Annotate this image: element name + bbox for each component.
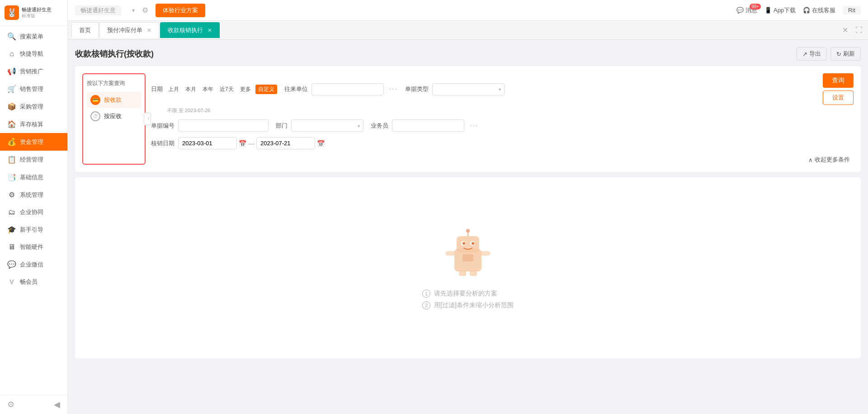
collapse-arrow-icon: 《 bbox=[145, 116, 150, 122]
industry-btn[interactable]: 体验行业方案 bbox=[156, 4, 205, 17]
docnum-input[interactable] bbox=[178, 119, 269, 132]
filter-docnum-field: 单据编号 bbox=[151, 119, 269, 132]
by-receipt-label: 按收款 bbox=[104, 96, 122, 104]
sidebar-item-label-search-menu: 搜索菜单 bbox=[20, 33, 43, 41]
sidebar-item-quick-nav[interactable]: ⌂ 快捷导航 bbox=[0, 45, 67, 62]
filter-sidebar-collapse[interactable]: 《 bbox=[144, 113, 151, 125]
sidebar-item-label-vip: 畅会员 bbox=[20, 278, 38, 286]
filter-option-by-receipt[interactable]: 💳 按收款 bbox=[87, 92, 141, 108]
verify-date-label: 核销日期 bbox=[151, 139, 175, 148]
tabbar-close-btn[interactable]: ✕ bbox=[840, 24, 850, 36]
hint-2-text: 用[过滤]条件来缩小分析范围 bbox=[434, 301, 514, 309]
verify-date-start[interactable] bbox=[178, 137, 237, 149]
tab-prepay-close[interactable]: ✕ bbox=[147, 27, 151, 33]
verify-date-end-cal[interactable]: 📅 bbox=[317, 140, 325, 147]
staff-dots[interactable]: ··· bbox=[470, 122, 478, 130]
tab-prepay[interactable]: 预付冲应付单 ✕ bbox=[99, 22, 159, 38]
sidebar-item-guide[interactable]: 🎓 新手引导 bbox=[0, 221, 67, 238]
query-button[interactable]: 查询 bbox=[823, 73, 854, 88]
filter-sidebar: 按以下方案查询 💳 按收款 ⏱ 按应收 《 bbox=[82, 73, 146, 165]
filter-option-by-receivable[interactable]: ⏱ 按应收 bbox=[87, 108, 141, 124]
sidebar-item-label-operation: 经营管理 bbox=[20, 156, 43, 164]
filter-panel: 按以下方案查询 💳 按收款 ⏱ 按应收 《 bbox=[75, 66, 861, 172]
date-this-month[interactable]: 本月 bbox=[184, 85, 198, 94]
tab-receipt-close[interactable]: ✕ bbox=[208, 27, 212, 33]
svg-rect-10 bbox=[459, 271, 466, 276]
topbar-dropdown-arrow[interactable]: ▾ bbox=[132, 7, 135, 14]
partner-input[interactable] bbox=[311, 83, 384, 95]
hardware-icon: 🖥 bbox=[7, 243, 16, 251]
enterprise-icon: 🗂 bbox=[7, 208, 16, 216]
sidebar-item-enterprise[interactable]: 🗂 企业协同 bbox=[0, 204, 67, 221]
date-sub-wrap: 不限 至 2023-07-26 bbox=[167, 107, 854, 114]
sales-icon: 🛒 bbox=[7, 85, 16, 93]
svg-rect-12 bbox=[462, 254, 473, 262]
svg-rect-8 bbox=[445, 251, 455, 256]
date-last-month[interactable]: 上月 bbox=[166, 85, 181, 94]
date-separator: — bbox=[248, 140, 255, 147]
sidebar-item-basic-info[interactable]: 📑 基础信息 bbox=[0, 168, 67, 186]
tab-receipt-cancel[interactable]: 收款核销执行 ✕ bbox=[160, 22, 220, 38]
sidebar-item-system[interactable]: ⚙ 系统管理 bbox=[0, 186, 67, 204]
sidebar-collapse-icon[interactable]: ◀ bbox=[54, 400, 60, 409]
sidebar-item-vip[interactable]: V 畅会员 bbox=[0, 273, 67, 290]
sidebar-item-inventory[interactable]: 🏠 库存核算 bbox=[0, 115, 67, 133]
app-icon: 📱 bbox=[764, 7, 772, 14]
tabbar-expand-btn[interactable]: ⛶ bbox=[854, 24, 864, 36]
tab-home-label: 首页 bbox=[79, 26, 91, 34]
verify-date-end[interactable] bbox=[256, 137, 315, 149]
operation-icon: 📋 bbox=[7, 155, 16, 164]
settings-button[interactable]: 设置 bbox=[823, 90, 854, 105]
sidebar-item-wechat[interactable]: 💬 企业微信 bbox=[0, 256, 67, 273]
sidebar-settings-icon[interactable]: ⚙ bbox=[7, 400, 14, 409]
svg-rect-11 bbox=[470, 271, 477, 276]
topbar-service[interactable]: 🎧 在线客服 bbox=[803, 6, 835, 14]
svg-rect-9 bbox=[481, 251, 491, 256]
date-7days[interactable]: 近7天 bbox=[218, 85, 236, 94]
refresh-button[interactable]: ↻ 刷新 bbox=[830, 47, 861, 61]
filter-partner-field: 往来单位 ··· bbox=[284, 83, 398, 95]
message-badge: 99+ bbox=[750, 4, 761, 10]
sidebar-item-label-sales: 销售管理 bbox=[20, 85, 43, 93]
doctype-select[interactable] bbox=[432, 83, 505, 95]
export-button[interactable]: ↗ 导出 bbox=[797, 47, 827, 61]
sidebar-item-capital[interactable]: 💰 资金管理 bbox=[0, 133, 67, 151]
topbar-app-download[interactable]: 📱 App下载 bbox=[764, 6, 796, 14]
date-custom[interactable]: 自定义 bbox=[255, 85, 277, 94]
main-area: 畅捷通好生意 ▾ ⚙ 体验行业方案 💬 消息 99+ 📱 App下载 🎧 在线客… bbox=[68, 0, 868, 414]
sidebar-item-sales[interactable]: 🛒 销售管理 bbox=[0, 80, 67, 98]
tab-home[interactable]: 首页 bbox=[71, 22, 99, 38]
refresh-icon: ↻ bbox=[836, 51, 841, 57]
sidebar-item-label-wechat: 企业微信 bbox=[20, 261, 43, 269]
staff-input[interactable] bbox=[392, 119, 464, 132]
filter-verify-date-field: 核销日期 📅 — 📅 bbox=[151, 137, 325, 149]
by-receipt-icon: 💳 bbox=[90, 95, 100, 105]
refresh-label: 刷新 bbox=[843, 50, 855, 58]
date-this-year[interactable]: 本年 bbox=[201, 85, 215, 94]
collapse-more-label: 收起更多条件 bbox=[815, 156, 850, 164]
sidebar-item-label-system: 系统管理 bbox=[20, 191, 43, 199]
hint-1-text: 请先选择要分析的方案 bbox=[434, 290, 497, 298]
sidebar-item-label-capital: 资金管理 bbox=[20, 138, 43, 146]
page-content: 收款核销执行(按收款) ↗ 导出 ↻ 刷新 按以下方案查询 💳 按收款 bbox=[68, 40, 868, 414]
partner-dots[interactable]: ··· bbox=[389, 85, 398, 93]
date-more[interactable]: 更多 bbox=[238, 85, 253, 94]
message-icon: 💬 bbox=[736, 7, 744, 14]
topbar-user-name[interactable]: Rit bbox=[843, 6, 861, 14]
verify-date-start-cal[interactable]: 📅 bbox=[239, 140, 246, 147]
dept-select[interactable] bbox=[291, 119, 363, 132]
sidebar-item-search-menu[interactable]: 🔍 搜索菜单 bbox=[0, 28, 67, 45]
empty-hint-2: 2 用[过滤]条件来缩小分析范围 bbox=[422, 301, 514, 309]
sidebar-item-operation[interactable]: 📋 经营管理 bbox=[0, 151, 67, 168]
sidebar-item-purchase[interactable]: 📦 采购管理 bbox=[0, 98, 67, 115]
guide-icon: 🎓 bbox=[7, 225, 16, 234]
verify-date-inputs: 📅 — 📅 bbox=[178, 137, 325, 149]
topbar-right: 💬 消息 99+ 📱 App下载 🎧 在线客服 Rit bbox=[736, 6, 861, 14]
page-actions: ↗ 导出 ↻ 刷新 bbox=[797, 47, 861, 61]
sidebar-item-hardware[interactable]: 🖥 智能硬件 bbox=[0, 238, 67, 256]
collapse-up-icon: ∧ bbox=[808, 157, 813, 163]
topbar-gear-icon[interactable]: ⚙ bbox=[140, 4, 150, 16]
sidebar-item-marketing[interactable]: 📢 营销推广 bbox=[0, 62, 67, 80]
topbar-message[interactable]: 💬 消息 99+ bbox=[736, 6, 757, 14]
collapse-more-btn[interactable]: ∧ 收起更多条件 bbox=[151, 155, 854, 165]
